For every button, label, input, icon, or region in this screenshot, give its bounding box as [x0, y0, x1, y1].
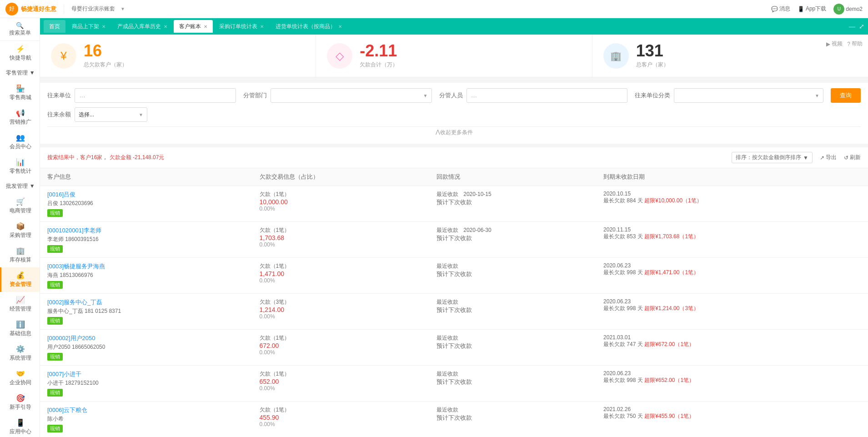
- company-dropdown-icon[interactable]: ▼: [120, 6, 125, 11]
- overdue-amount-0[interactable]: 超限¥10,000.00（1笔）: [644, 197, 702, 204]
- customer-code-2[interactable]: [0003]畅捷服务尹海燕: [47, 262, 245, 271]
- debt-amount-3[interactable]: 1,214.00: [260, 306, 422, 313]
- debt-percent-5: 0.00%: [260, 385, 422, 392]
- total-customers-label: 总客户（家）: [636, 61, 669, 69]
- inventory-icon: 🏢: [3, 246, 38, 255]
- top-bar: 好 畅捷通好生意 母婴行业演示账套 ▼ 💬 消息 📱 App下载 U demo2: [0, 0, 868, 18]
- sidebar-item-operation[interactable]: 📈 经营管理: [0, 292, 40, 316]
- collection-last-1: 最近收款 2020-06-30: [437, 226, 589, 234]
- tab-product-history-close[interactable]: ✕: [164, 24, 167, 29]
- tab-customer-account[interactable]: 客户账本 ✕: [174, 20, 213, 33]
- last-collect-date-0: 2020-10-15: [463, 191, 491, 197]
- last-collect-label-4: 最近收款: [437, 335, 458, 341]
- tab-purchase-order-label: 采购订单统计表: [219, 23, 257, 30]
- overdue-cell-2: 2020.06.23 最长欠款 998 天 超限¥1,471.00（1笔）: [596, 258, 868, 294]
- sidebar-item-ecommerce[interactable]: 🛒 电商管理: [0, 194, 40, 218]
- last-collect-date-1: 2020-06-30: [463, 227, 491, 233]
- top-bar-left: 好 畅捷通好生意 母婴行业演示账套 ▼: [5, 3, 125, 15]
- tab-purchase-stats-close[interactable]: ✕: [338, 24, 342, 29]
- overdue-days-1: 最长欠款 853 天 超限¥1,703.68（1笔）: [603, 233, 861, 241]
- tab-purchase-order-close[interactable]: ✕: [260, 24, 264, 29]
- sidebar-item-app-center[interactable]: 📱 应用中心: [0, 415, 40, 437]
- overdue-amount-4[interactable]: 超限¥672.00（1笔）: [644, 341, 694, 347]
- balance-select[interactable]: 选择... ▼: [75, 107, 147, 122]
- overdue-amount-1[interactable]: 超限¥1,703.68（1笔）: [644, 233, 699, 240]
- overdue-amount-2[interactable]: 超限¥1,471.00（1笔）: [644, 269, 699, 276]
- debt-amount-0[interactable]: 10,000.00: [260, 198, 422, 206]
- overdue-amount-number: -2.11: [360, 43, 398, 59]
- customer-code-0[interactable]: [0016]吕俊: [47, 191, 245, 199]
- overdue-amount-3[interactable]: 超限¥1,214.00（3笔）: [644, 305, 699, 311]
- sidebar-item-member[interactable]: 👥 会员中心: [0, 130, 40, 154]
- collection-last-5: 最近收款: [437, 370, 589, 378]
- search-button[interactable]: 查询: [831, 88, 861, 103]
- overdue-days-5: 最长欠款 998 天 超限¥652.00（1笔）: [603, 377, 861, 384]
- sidebar-item-retail-stats[interactable]: 📊 零售统计: [0, 154, 40, 179]
- debt-amount-6[interactable]: 455.90: [260, 414, 422, 421]
- logo-icon: 好: [5, 3, 18, 15]
- sidebar-item-enterprise[interactable]: 🤝 企业协同: [0, 366, 40, 390]
- customer-tag-3: 现销: [47, 317, 63, 325]
- sidebar-item-basic-info[interactable]: ℹ️ 基础信息: [0, 316, 40, 341]
- app-download-btn[interactable]: 📱 App下载: [798, 5, 826, 13]
- debt-percent-0: 0.00%: [260, 206, 422, 212]
- debt-amount-4[interactable]: 672.00: [260, 342, 422, 349]
- tab-product-listing-close[interactable]: ✕: [102, 24, 105, 29]
- customer-tag-6: 现销: [47, 425, 63, 432]
- user-avatar[interactable]: U demo2: [833, 4, 863, 15]
- col-customer: 客户信息: [40, 168, 252, 186]
- table-summary: 搜索结果中，客户16家， 欠款金额 -21,148.07元: [47, 154, 164, 161]
- tab-product-listing[interactable]: 商品上下架 ✕: [66, 20, 111, 33]
- unit-category-select[interactable]: ▼: [674, 88, 823, 103]
- sort-select[interactable]: 排序：按欠款金额倒序排序 ▼: [732, 152, 813, 163]
- debt-amount-5[interactable]: 652.00: [260, 378, 422, 385]
- sidebar-search[interactable]: 🔍 搜索菜单: [0, 18, 40, 41]
- customer-code-3[interactable]: [0002]服务中心_丁磊: [47, 298, 245, 306]
- from-unit-input[interactable]: ...: [75, 88, 236, 103]
- debt-amount-1[interactable]: 1,703.68: [260, 234, 422, 241]
- export-btn[interactable]: ↗ 导出: [820, 154, 837, 161]
- sidebar-item-retail-manage[interactable]: 零售管理 ▼: [0, 65, 40, 80]
- sidebar-item-quick-nav[interactable]: ⚡ 快捷导航: [0, 41, 40, 65]
- tab-purchase-order[interactable]: 采购订单统计表 ✕: [214, 20, 269, 33]
- col-debt: 欠款交易信息（占比）: [252, 168, 429, 186]
- debt-amount-2[interactable]: 1,471.00: [260, 270, 422, 277]
- tab-purchase-stats[interactable]: 进货单统计表（按商品） ✕: [270, 20, 347, 33]
- person-input[interactable]: ...: [467, 88, 628, 103]
- collapse-filters[interactable]: ⋀ 收起更多条件: [47, 126, 861, 138]
- overdue-date-0: 2020.10.15: [603, 191, 861, 197]
- sidebar-item-finance[interactable]: 💰 资金管理: [0, 267, 40, 292]
- video-btn[interactable]: ▶ 视频: [826, 40, 843, 48]
- sidebar-item-purchase[interactable]: 📦 采购管理: [0, 218, 40, 243]
- debt-percent-4: 0.00%: [260, 349, 422, 356]
- customer-tag-5: 现销: [47, 389, 63, 397]
- help-btn[interactable]: ? 帮助: [847, 40, 863, 48]
- customer-code-5[interactable]: [0007]小进干: [47, 370, 245, 378]
- customer-code-6[interactable]: [0006]云下粮仓: [47, 406, 245, 414]
- overdue-amount-6[interactable]: 超限¥455.90（1笔）: [644, 413, 694, 419]
- tab-customer-account-close[interactable]: ✕: [204, 24, 207, 29]
- tab-home[interactable]: 首页: [44, 20, 65, 33]
- tab-product-history[interactable]: 产成品入库单历史 ✕: [112, 20, 173, 33]
- tab-minimize-btn[interactable]: —: [849, 23, 855, 30]
- customer-code-4[interactable]: [000002]用户2050: [47, 334, 245, 342]
- dept-select[interactable]: ▼: [271, 88, 432, 103]
- collection-next-5: 预计下次收款: [437, 378, 589, 386]
- overdue-amount-5[interactable]: 超限¥652.00（1笔）: [644, 377, 694, 383]
- balance-arrow: ▼: [139, 112, 143, 117]
- sidebar-item-marketing[interactable]: 📢 营销推广: [0, 105, 40, 130]
- tab-maximize-btn[interactable]: ⤢: [859, 23, 864, 30]
- sidebar-item-newbie[interactable]: 🎯 新手引导: [0, 390, 40, 415]
- collection-last-3: 最近收款: [437, 298, 589, 306]
- collection-last-0: 最近收款 2020-10-15: [437, 191, 589, 198]
- message-btn[interactable]: 💬 消息: [771, 5, 790, 13]
- sidebar-item-batch-manage[interactable]: 批发管理 ▼: [0, 179, 40, 194]
- sidebar-item-system[interactable]: ⚙️ 系统管理: [0, 341, 40, 366]
- customer-code-1[interactable]: [0001020001]李老师: [47, 226, 245, 235]
- refresh-btn[interactable]: ↺ 刷新: [844, 154, 861, 161]
- stat-total-customers: 🏢 131 总客户（家） ▶ 视频 ? 帮助: [592, 35, 868, 77]
- col-overdue: 到期未收款日期: [596, 168, 868, 186]
- sidebar-item-inventory[interactable]: 🏢 库存核算: [0, 243, 40, 267]
- sidebar-item-retail-store[interactable]: 🏪 零售商城: [0, 80, 40, 105]
- system-icon: ⚙️: [3, 345, 38, 353]
